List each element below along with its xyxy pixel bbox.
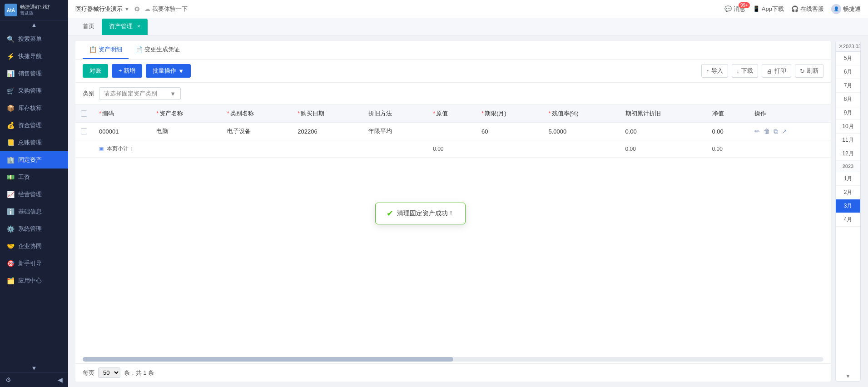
cell-initial-dep: 0.00 xyxy=(620,123,707,140)
detail-tab-icon: 📋 xyxy=(89,46,97,53)
col-period: *期限(月) xyxy=(476,105,543,123)
reconcile-button[interactable]: 对账 xyxy=(83,64,108,78)
col-original-value: *原值 xyxy=(427,105,476,123)
sidebar-icon-sales: 📊 xyxy=(6,70,15,77)
sub-tab-detail[interactable]: 📋 资产明细 xyxy=(83,41,129,59)
logo-icon: AtA xyxy=(5,4,17,16)
sidebar-icon-guide: 🎯 xyxy=(6,260,15,267)
col-net-value: 净值 xyxy=(707,105,749,123)
refresh-icon: ↻ xyxy=(800,68,805,74)
sidebar-item-fixed-assets[interactable]: 🏢固定资产 xyxy=(0,151,68,169)
import-button[interactable]: ↑ 导入 xyxy=(701,64,728,78)
more-icon[interactable]: ↗ xyxy=(782,128,787,135)
collapse-icon[interactable]: ◀ xyxy=(58,376,63,383)
cal-item-5月[interactable]: 5月 xyxy=(836,52,860,65)
online-service-btn[interactable]: 🎧 在线客服 xyxy=(791,5,824,13)
company-selector[interactable]: 医疗器械行业演示 ▼ xyxy=(75,5,129,13)
settings-icon[interactable]: ⚙ xyxy=(5,376,11,383)
calendar-nav-down[interactable]: ▼ xyxy=(845,373,851,379)
toolbar: 对账 + 新增 批量操作 ▼ ↑ 导入 ↓ 下载 🖨 xyxy=(75,60,831,83)
sub-tab-voucher-label: 变更生成凭证 xyxy=(144,45,180,54)
col-initial-dep: 期初累计折旧 xyxy=(620,105,707,123)
refresh-button[interactable]: ↻ 刷新 xyxy=(795,64,823,78)
message-btn[interactable]: 💬 消息 99+ xyxy=(724,5,745,13)
sidebar-icon-search: 🔍 xyxy=(6,35,15,43)
company-dropdown-arrow: ▼ xyxy=(124,6,129,12)
category-select[interactable]: 请选择固定资产类别 ▼ xyxy=(99,87,181,100)
logo-sub: 普及版 xyxy=(20,10,50,16)
cal-item-8月[interactable]: 8月 xyxy=(836,93,860,106)
cal-item-4月[interactable]: 4月 xyxy=(836,213,860,227)
cal-item-3月[interactable]: 3月 xyxy=(836,199,860,213)
success-toast: ✔ 清理固定资产成功！ xyxy=(375,203,466,224)
sidebar-item-app-center[interactable]: 🗂️应用中心 xyxy=(0,272,68,289)
add-button[interactable]: + 新增 xyxy=(112,64,142,78)
logo-icon-text: AtA xyxy=(7,8,15,13)
sidebar-icon-enterprise: 🤝 xyxy=(6,243,15,250)
print-button[interactable]: 🖨 打印 xyxy=(762,64,791,78)
select-all-checkbox[interactable] xyxy=(81,110,87,117)
col-category: *类别名称 xyxy=(222,105,293,123)
sidebar-item-sales[interactable]: 📊销售管理 xyxy=(0,65,68,82)
sidebar-icon-inventory: 📦 xyxy=(6,104,15,112)
sidebar-label-search: 搜索菜单 xyxy=(18,35,42,43)
tab-assets-close[interactable]: × xyxy=(137,23,141,30)
sidebar-item-funds[interactable]: 💰资金管理 xyxy=(0,117,68,134)
experience-btn[interactable]: ☁ 我要体验一下 xyxy=(144,5,188,13)
sidebar-item-system[interactable]: ⚙️系统管理 xyxy=(0,220,68,238)
edit-icon[interactable]: ✏ xyxy=(754,128,760,135)
row-select-checkbox[interactable] xyxy=(81,128,87,134)
category-select-arrow: ▼ xyxy=(170,90,176,97)
sidebar-item-operations[interactable]: 📈经营管理 xyxy=(0,186,68,203)
app-download-btn[interactable]: 📱 App下载 xyxy=(753,5,784,13)
cal-item-1月[interactable]: 1月 xyxy=(836,172,860,186)
cal-item-10月[interactable]: 10月 xyxy=(836,120,860,134)
sidebar-item-basic-info[interactable]: ℹ️基础信息 xyxy=(0,203,68,220)
sidebar-item-search[interactable]: 🔍搜索菜单 xyxy=(0,30,68,48)
cal-item-11月[interactable]: 11月 xyxy=(836,134,860,147)
table-scrollbar[interactable] xyxy=(83,357,823,362)
sidebar-scroll-down[interactable]: ▼ xyxy=(0,364,68,372)
subtotal-original: 0.00 xyxy=(427,140,476,158)
download-button[interactable]: ↓ 下载 xyxy=(732,64,759,78)
sidebar-label-system: 系统管理 xyxy=(18,225,42,233)
batch-arrow-icon: ▼ xyxy=(178,68,184,74)
download-btn-icon: ↓ xyxy=(737,68,740,74)
sidebar-item-enterprise[interactable]: 🤝企业协同 xyxy=(0,238,68,255)
sidebar-item-quick-nav[interactable]: ⚡快捷导航 xyxy=(0,48,68,65)
settings-gear-icon[interactable]: ⚙ xyxy=(134,5,140,13)
cell-depreciation: 年限平均 xyxy=(363,123,427,140)
table-wrap: *编码 *资产名称 *类别名称 *购买日期 折旧方法 *原值 *期限(月) *残… xyxy=(75,105,831,357)
sidebar-label-payroll: 工资 xyxy=(18,173,30,181)
sidebar: AtA 畅捷通好业财 普及版 ▲ 🔍搜索菜单⚡快捷导航📊销售管理🛒采购管理📦库存… xyxy=(0,0,68,387)
calendar-list: 5月6月7月8月9月10月11月12月20231月2月3月4月 xyxy=(836,52,860,371)
delete-icon[interactable]: 🗑 xyxy=(764,128,770,135)
sidebar-item-purchase[interactable]: 🛒采购管理 xyxy=(0,82,68,99)
cal-item-9月[interactable]: 9月 xyxy=(836,106,860,120)
cell-category: 电子设备 xyxy=(222,123,293,140)
topbar-right: 💬 消息 99+ 📱 App下载 🎧 在线客服 👤 畅捷通 xyxy=(724,4,861,14)
col-code: *编码 xyxy=(94,105,151,123)
cal-item-7月[interactable]: 7月 xyxy=(836,79,860,93)
cal-item-6月[interactable]: 6月 xyxy=(836,65,860,79)
cal-item-2月[interactable]: 2月 xyxy=(836,186,860,199)
sidebar-item-payroll[interactable]: 💵工资 xyxy=(0,169,68,186)
col-residual-rate: *残值率(%) xyxy=(543,105,620,123)
sidebar-scroll-up[interactable]: ▲ xyxy=(0,20,68,29)
sidebar-item-ledger[interactable]: 📒总账管理 xyxy=(0,134,68,151)
tab-assets[interactable]: 资产管理 × xyxy=(102,19,148,35)
cal-item-12月[interactable]: 12月 xyxy=(836,147,860,161)
sidebar-bottom: ⚙ ◀ xyxy=(0,372,68,387)
user-menu-btn[interactable]: 👤 畅捷通 xyxy=(831,4,861,14)
copy-icon[interactable]: ⧉ xyxy=(774,128,778,135)
sub-tab-voucher[interactable]: 📄 变更生成凭证 xyxy=(129,41,186,59)
tab-home[interactable]: 首页 xyxy=(75,19,102,35)
table-header-row: *编码 *资产名称 *类别名称 *购买日期 折旧方法 *原值 *期限(月) *残… xyxy=(75,105,831,123)
per-page-select[interactable]: 50 xyxy=(98,367,120,378)
calendar-close-btn[interactable]: ✕ xyxy=(838,43,843,50)
sidebar-item-inventory[interactable]: 📦库存核算 xyxy=(0,99,68,117)
table-scrollbar-thumb[interactable] xyxy=(83,357,453,362)
per-page-label: 每页 xyxy=(83,369,94,377)
sidebar-item-guide[interactable]: 🎯新手引导 xyxy=(0,255,68,272)
batch-button[interactable]: 批量操作 ▼ xyxy=(146,64,191,78)
